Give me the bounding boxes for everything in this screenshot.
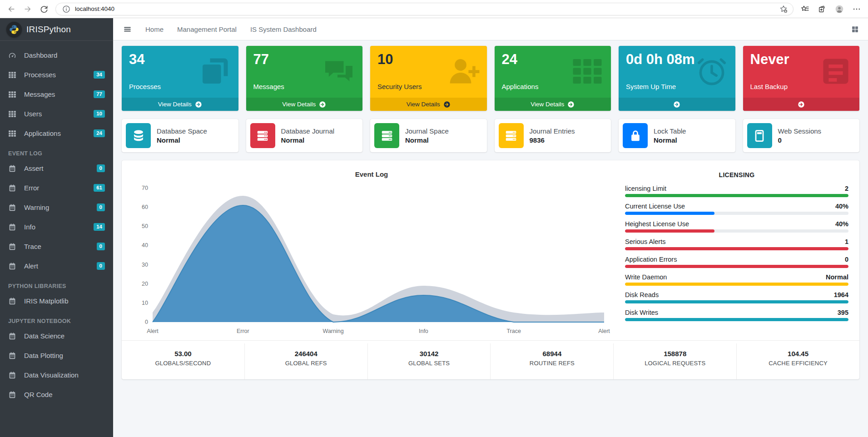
calendar-icon [8, 184, 18, 192]
favorites-bar-icon[interactable] [800, 4, 810, 14]
progress-fill [625, 265, 848, 268]
address-bar[interactable]: localhost:4040 [55, 3, 794, 15]
progress-fill [625, 247, 848, 250]
nav-management-portal[interactable]: Management Portal [170, 25, 243, 33]
sidebar-item-data-science[interactable]: Data Science [4, 326, 109, 346]
brand[interactable]: IRISPython [0, 18, 113, 41]
info-box-text: Journal Entries 9836 [530, 127, 575, 144]
grid-view-icon[interactable] [849, 23, 861, 35]
info-box-journal-space: Journal Space Normal [370, 119, 487, 152]
progress-fill [625, 212, 714, 215]
refresh-icon[interactable] [39, 4, 49, 14]
sidebar-item-warning[interactable]: Warning 0 [4, 198, 109, 217]
sidebar-item-trace[interactable]: Trace 0 [4, 237, 109, 256]
back-icon[interactable] [6, 4, 16, 14]
view-details-link[interactable] [619, 98, 735, 111]
sidebar-item-assert[interactable]: Assert 0 [4, 159, 109, 178]
sidebar-item-alert[interactable]: Alert 0 [4, 256, 109, 276]
sidebar-item-processes[interactable]: Processes 34 [4, 65, 109, 84]
stat-card-processes: 34 Processes View Details [122, 46, 238, 111]
forward-icon[interactable] [23, 4, 33, 14]
sidebar-item-applications[interactable]: Applications 24 [4, 124, 109, 143]
collections-icon[interactable] [817, 4, 827, 14]
metric-label: LOGICAL REQUESTS [614, 360, 736, 367]
grid-icon [8, 110, 18, 118]
sidebar-item-data-visualization[interactable]: Data Visualization [4, 365, 109, 385]
sidebar-item-messages[interactable]: Messages 77 [4, 84, 109, 104]
count-badge: 0 [97, 262, 105, 270]
svg-text:Alert: Alert [147, 328, 159, 334]
stat-card-body: 10 Security Users [370, 46, 487, 98]
sidebar-item-users[interactable]: Users 10 [4, 104, 109, 124]
nav-home[interactable]: Home [139, 25, 170, 33]
arrow-circle-icon [443, 101, 451, 108]
avatar[interactable] [834, 4, 844, 14]
calendar-icon [8, 223, 18, 231]
metric-cache-efficiency: 104.45 CACHE EFFICIENCY [736, 343, 859, 379]
browser-menu-icon[interactable] [852, 4, 862, 14]
licensing-label: Heighest License Use [625, 220, 689, 228]
chart-title: Event Log [130, 170, 613, 178]
licensing-label: Serious Alerts [625, 238, 665, 245]
count-badge: 14 [94, 223, 105, 231]
arrow-circle-icon [567, 101, 575, 108]
gauge-icon [8, 51, 18, 60]
sidebar-item-label: IRIS Matplotlib [24, 297, 69, 305]
progress-bar [625, 212, 848, 215]
nav-is-system-dashboard[interactable]: IS System Dashboard [243, 25, 323, 33]
metric-value: 246404 [245, 350, 367, 358]
arrow-circle-icon [673, 101, 680, 108]
sidebar-item-iris-matplotlib[interactable]: IRIS Matplotlib [4, 291, 109, 311]
svg-text:30: 30 [142, 262, 148, 268]
stat-label: System Up Time [626, 83, 676, 90]
calendar-icon [8, 332, 18, 340]
calendar-icon [8, 243, 18, 251]
server-rows-icon [250, 123, 275, 148]
licensing-label: licensing Limit [625, 185, 666, 192]
sidebar-item-label: Users [24, 110, 42, 118]
lock-icon [623, 123, 648, 148]
stat-card-system-up-time: 0d 0h 08m System Up Time [619, 46, 735, 111]
dashboard-content: 34 Processes View Details 77 Messages Vi… [113, 40, 868, 437]
view-details-link[interactable]: View Details [370, 98, 487, 111]
stat-card-body: Never Last Backup [743, 46, 860, 98]
count-badge: 0 [97, 164, 105, 172]
info-box-value: 0 [778, 136, 822, 144]
licensing-section: LICENSING licensing Limit 2 Current Lice… [613, 169, 849, 338]
metric-value: 158878 [614, 350, 736, 358]
view-details-link[interactable]: View Details [495, 98, 611, 111]
comments-icon [322, 55, 355, 89]
svg-text:Alert: Alert [598, 328, 610, 334]
metric-value: 104.45 [737, 350, 859, 358]
sidebar-item-info[interactable]: Info 14 [4, 217, 109, 237]
view-details-link[interactable] [743, 98, 860, 111]
sidebar-item-qr-code[interactable]: QR Code [4, 385, 109, 404]
menu-toggle-icon[interactable] [120, 22, 134, 36]
licensing-row-current-license-use: Current License Use 40% [625, 203, 848, 215]
stat-card-security-users: 10 Security Users View Details [370, 46, 487, 111]
svg-text:Trace: Trace [506, 328, 521, 334]
url-text: localhost:4040 [75, 5, 775, 12]
view-details-link[interactable]: View Details [122, 98, 238, 111]
sidebar: IRISPython Dashboard Processes 34 Messag… [0, 18, 113, 437]
calendar-icon [8, 352, 18, 360]
info-box-label: Web Sessions [778, 127, 822, 135]
info-box-text: Lock Table Normal [654, 127, 686, 144]
licensing-row-disk-writes: Disk Writes 395 [625, 309, 848, 321]
sidebar-item-label: Assert [24, 164, 44, 172]
sidebar-item-label: Processes [24, 71, 56, 79]
info-box-value: Normal [281, 136, 335, 144]
view-details-label: View Details [282, 101, 316, 108]
view-details-link[interactable]: View Details [246, 98, 363, 111]
sidebar-item-data-plotting[interactable]: Data Plotting [4, 346, 109, 365]
progress-bar [625, 194, 848, 197]
sidebar-item-dashboard[interactable]: Dashboard [4, 45, 109, 65]
progress-bar [625, 318, 848, 321]
add-favorite-icon[interactable] [779, 4, 789, 14]
info-box-label: Journal Entries [530, 127, 575, 135]
site-info-icon[interactable] [61, 4, 71, 14]
stat-card-last-backup: Never Last Backup [743, 46, 860, 111]
sidebar-item-error[interactable]: Error 61 [4, 178, 109, 198]
licensing-label: Application Errors [625, 256, 677, 263]
browser-toolbar: localhost:4040 [0, 0, 868, 18]
